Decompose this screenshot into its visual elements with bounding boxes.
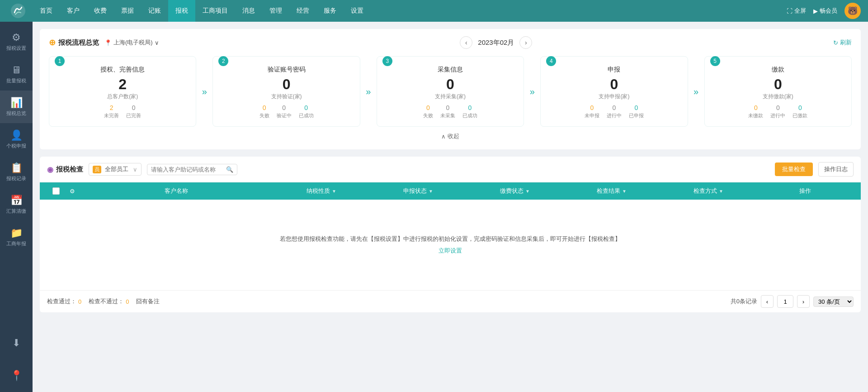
avatar[interactable]: 🐻 [844,3,861,19]
fail-count-link[interactable]: 0 [126,298,129,305]
th-declare-status: 申报状态 ▼ [370,187,467,195]
th-check-method: 检查方式 ▼ [660,187,757,195]
stat-item: 0 未申报 [585,104,599,119]
staff-select[interactable]: 员 全部员工 ∨ [89,163,142,176]
chevron-up-icon: ∧ [441,133,446,140]
sidebar-item-annual-report[interactable]: 📁 工商年报 [0,221,33,253]
nav-bookkeeping[interactable]: 记账 [141,0,168,22]
setup-link[interactable]: 立即设置 [439,247,462,254]
next-month-btn[interactable]: › [519,36,532,49]
filter-icon[interactable]: ▼ [622,189,627,194]
sidebar-item-tax-overview[interactable]: 📊 报税总览 [0,91,33,123]
search-input[interactable] [151,166,226,173]
filter-icon[interactable]: ▼ [525,189,530,194]
fullscreen-icon: ⛶ [787,8,793,14]
footer-fail-stat: 检查不通过： 0 [89,297,129,306]
flow-card-2: 2 验证账号密码 0 支持验证(家) 0 失败 0 验证中 0 已成功 [212,56,360,127]
membership-btn[interactable]: ▶ 畅会员 [813,7,837,15]
sidebar-item-tax-settings[interactable]: ⚙ 报税设置 [0,25,33,58]
flow-card-3: 3 采集信息 0 支持采集(家) 0 失败 0 未采集 0 已成功 [377,56,524,127]
nav-home[interactable]: 首页 [33,0,60,22]
sidebar-item-download[interactable]: ⬇ [0,327,33,359]
nav-customer[interactable]: 客户 [60,0,87,22]
step-badge-5: 5 [710,56,720,66]
nav-manage[interactable]: 管理 [262,0,289,22]
select-all-checkbox[interactable] [52,187,60,195]
card-1-stats: 2 未完善 0 已完善 [57,104,189,119]
operation-log-button[interactable]: 操作日志 [818,162,854,177]
refresh-btn[interactable]: ↻ 刷新 [833,38,852,47]
sidebar-item-location[interactable]: 📍 [0,359,33,392]
sidebar-item-annual-tax[interactable]: 📅 汇算清缴 [0,188,33,221]
pass-count-link[interactable]: 0 [78,298,81,305]
step-badge-1: 1 [55,56,65,66]
card-3-stats: 0 失败 0 未采集 0 已成功 [384,104,516,119]
card-2-stats: 0 失败 0 验证中 0 已成功 [220,104,352,119]
nav-operation[interactable]: 经营 [289,0,316,22]
footer-note-stat: 囧有备注 [136,297,160,306]
sidebar-item-individual-tax[interactable]: 👤 个税申报 [0,123,33,156]
overview-panel: ⊕ 报税流程总览 📍 上海(电子税局) ∨ ‹ 2023年02月 › ↻ 刷新 … [40,29,861,149]
filter-icon[interactable]: ▼ [719,189,723,194]
nav-right: ⛶ 全屏 ▶ 畅会员 🐻 [787,3,861,19]
flow-arrow-1: » [196,56,212,127]
chevron-down-icon: ∨ [155,39,159,46]
search-icon[interactable]: 🔍 [226,166,233,173]
check-header: ◉ 报税检查 员 全部员工 ∨ 🔍 批量检查 操作日志 [40,157,861,182]
fullscreen-btn[interactable]: ⛶ 全屏 [787,7,806,15]
step-badge-4: 4 [546,56,556,66]
filter-icon[interactable]: ▼ [429,189,433,194]
nav-biz[interactable]: 工商项目 [195,0,235,22]
page-input[interactable] [777,295,793,308]
nav-items: 首页 客户 收费 票据 记账 报税 工商项目 消息 管理 经营 服务 设置 [33,0,787,22]
card-4-stats: 0 未申报 0 进行中 0 已申报 [548,104,680,119]
th-operation: 操作 [757,187,854,195]
prev-month-btn[interactable]: ‹ [460,36,472,49]
nav-settings[interactable]: 设置 [344,0,371,22]
tax-check-panel: ◉ 报税检查 员 全部员工 ∨ 🔍 批量检查 操作日志 ⚙ 客户名称 [40,157,861,312]
check-title: ◉ 报税检查 [47,165,83,174]
nav-fee[interactable]: 收费 [87,0,114,22]
nav-invoice[interactable]: 票据 [114,0,141,22]
play-icon: ▶ [813,8,818,14]
batch-check-button[interactable]: 批量检查 [775,163,813,176]
location-badge[interactable]: 📍 上海(电子税局) ∨ [104,38,159,47]
top-nav: 首页 客户 收费 票据 记账 报税 工商项目 消息 管理 经营 服务 设置 ⛶ … [0,0,868,22]
sidebar: ⚙ 报税设置 🖥 批量报税 📊 报税总览 👤 个税申报 📋 报税记录 📅 汇算清… [0,22,33,392]
nav-message[interactable]: 消息 [235,0,262,22]
prev-page-btn[interactable]: ‹ [761,295,774,308]
card-5-stats: 0 未缴款 0 进行中 0 已缴款 [712,104,844,119]
empty-message: 若您想使用报税检查功能，请先在【报税设置】中进行报税的初始化设置，完成密码验证和… [280,233,621,245]
plus-circle-icon: ⊕ [49,38,56,48]
sidebar-item-batch-tax[interactable]: 🖥 批量报税 [0,58,33,91]
next-page-btn[interactable]: › [797,295,810,308]
panel-title: ⊕ 报税流程总览 [49,38,99,48]
main-content: ⊕ 报税流程总览 📍 上海(电子税局) ∨ ‹ 2023年02月 › ↻ 刷新 … [33,22,868,392]
filter-icon[interactable]: ▼ [332,189,336,194]
sidebar-item-tax-record[interactable]: 📋 报税记录 [0,156,33,188]
table-body-empty: 若您想使用报税检查功能，请先在【报税设置】中进行报税的初始化设置，完成密码验证和… [40,200,861,290]
tax-record-icon: 📋 [10,162,23,174]
stat-item: 0 已成功 [299,104,314,119]
dropdown-icon: ∨ [133,166,137,173]
nav-service[interactable]: 服务 [316,0,344,22]
stat-item: 0 进行中 [607,104,622,119]
tax-settings-icon: ⚙ [12,32,21,43]
flow-card-4: 4 申报 0 支持申报(家) 0 未申报 0 进行中 0 已申报 [540,56,688,127]
flow-arrow-3: » [524,56,540,127]
stat-item: 0 已缴款 [793,104,807,119]
th-checkbox[interactable] [47,187,65,195]
th-customer-name: 客户名称 [80,187,273,195]
th-pay-status: 缴费状态 ▼ [467,187,563,195]
check-circle-icon: ◉ [47,165,53,174]
per-page-select[interactable]: 30 条/页 50 条/页 100 条/页 [813,296,854,307]
panel-header: ⊕ 报税流程总览 📍 上海(电子税局) ∨ ‹ 2023年02月 › ↻ 刷新 [49,36,852,49]
collapse-btn[interactable]: ∧ 收起 [49,132,852,140]
stat-item: 0 已申报 [629,104,644,119]
tax-overview-icon: 📊 [10,97,23,109]
nav-tax[interactable]: 报税 [168,0,195,22]
stat-item: 0 未采集 [440,104,455,119]
staff-icon: 员 [93,166,101,173]
th-settings[interactable]: ⚙ [65,188,80,195]
location-icon: 📍 [10,370,23,382]
